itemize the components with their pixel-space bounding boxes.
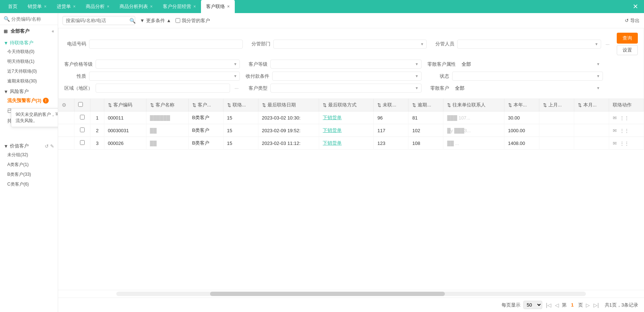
tab-home[interactable]: 首页 bbox=[3, 0, 23, 13]
my-customers-filter[interactable]: 我分管的客户 bbox=[176, 17, 210, 24]
this-month-column-header[interactable]: ⇅ 本月... bbox=[574, 99, 609, 112]
close-icon[interactable]: × bbox=[107, 4, 109, 9]
last-method-column-header[interactable]: ⇅ 最后联络方式 bbox=[319, 99, 374, 112]
sidebar-search-container: 🔍 bbox=[0, 13, 58, 25]
collapse-icon[interactable]: « bbox=[52, 29, 54, 34]
last-method-link[interactable]: 下销货单 bbox=[323, 115, 342, 120]
this-year-column-header[interactable]: ⇅ 本年... bbox=[504, 99, 539, 112]
more-action-icon[interactable]: ⋮⋮ bbox=[620, 141, 629, 146]
sidebar-section-valued[interactable]: ▼ 价值客户 ↺ ✎ bbox=[0, 141, 58, 150]
per-page-select[interactable]: 50 100 200 bbox=[523, 301, 542, 309]
tab-analysis[interactable]: 商品分析 × bbox=[81, 0, 114, 13]
phone-input[interactable] bbox=[89, 40, 243, 49]
refresh-icon[interactable]: ↺ bbox=[45, 143, 49, 149]
close-icon[interactable]: × bbox=[44, 4, 47, 9]
message-icon[interactable]: ✉ bbox=[613, 141, 617, 146]
filter-customer-type: 客户类型 ▼ bbox=[246, 84, 421, 93]
sidebar-item-ungrouped[interactable]: 未分组(32) bbox=[0, 150, 58, 160]
more-conditions-button[interactable]: ▼ 更多条件 ▲ bbox=[140, 17, 171, 24]
sidebar-item-loss-warning[interactable]: 流失预警客户(3) ! bbox=[0, 96, 58, 106]
query-button[interactable]: 查询 bbox=[617, 33, 638, 44]
more-action-icon[interactable]: ⋮⋮ bbox=[620, 128, 629, 133]
row-last-method[interactable]: 下销货单 bbox=[319, 112, 374, 124]
close-icon[interactable]: × bbox=[193, 4, 196, 9]
settings-column-header[interactable]: ⚙ bbox=[58, 99, 74, 112]
row-code: 00030031 bbox=[104, 124, 146, 137]
region-dots-icon[interactable]: ··· bbox=[233, 85, 240, 91]
settings-icon[interactable]: ⚙ bbox=[62, 102, 67, 108]
nature-select[interactable] bbox=[89, 72, 240, 81]
sidebar-item-class-a[interactable]: A类客户(1) bbox=[0, 160, 58, 170]
row-action: ✉ ⋮⋮ bbox=[609, 124, 644, 137]
tab-sales[interactable]: 销货单 × bbox=[23, 0, 52, 13]
status-select[interactable] bbox=[452, 72, 603, 81]
code-column-header[interactable]: ⇅ 客户编码 bbox=[104, 99, 146, 112]
first-page-button[interactable]: |◁ bbox=[545, 302, 552, 308]
customer-type-select[interactable] bbox=[270, 84, 421, 93]
manager-select[interactable] bbox=[457, 40, 601, 49]
row-overdue: 102 bbox=[408, 124, 443, 137]
sidebar-item-overdue[interactable]: 逾期未联络(30) bbox=[0, 76, 58, 86]
unit-contact-column-header[interactable]: ⇅ 往来单位联系人 bbox=[443, 99, 504, 112]
last-month-column-header[interactable]: ⇅ 上月... bbox=[539, 99, 574, 112]
more-action-icon[interactable]: ⋮⋮ bbox=[620, 115, 629, 121]
row-last-method[interactable]: 下销货单 bbox=[319, 124, 374, 137]
sidebar-root[interactable]: ⊞ 全部客户 « bbox=[0, 25, 58, 37]
scrollbar-thumb[interactable] bbox=[210, 292, 445, 296]
pagination: |◁ ◁ 第 1 页 ▷ ▷| 共1页，3条记录 bbox=[545, 302, 638, 308]
sidebar-item-tomorrow[interactable]: 明天待联络(1) bbox=[0, 57, 58, 66]
sidebar-item-class-b[interactable]: B类客户(33) bbox=[0, 170, 58, 179]
edit-icon[interactable]: ✎ bbox=[50, 143, 54, 149]
sort-icon: ⇅ bbox=[150, 102, 154, 108]
last-page-button[interactable]: ▷| bbox=[593, 302, 600, 308]
settings-button[interactable]: 设置 bbox=[617, 45, 638, 55]
prev-page-button[interactable]: ◁ bbox=[554, 302, 560, 308]
tab-purchase[interactable]: 进货单 × bbox=[52, 0, 81, 13]
message-icon[interactable]: ✉ bbox=[613, 128, 617, 133]
name-column-header[interactable]: ⇅ 客户名称 bbox=[146, 99, 188, 112]
price-grade-select[interactable] bbox=[96, 60, 240, 69]
row-checkbox[interactable] bbox=[74, 137, 90, 150]
tab-analysis-list[interactable]: 商品分析列表 × bbox=[114, 0, 158, 13]
tab-customer-connect[interactable]: 客户联络 × bbox=[201, 0, 235, 13]
row-checkbox[interactable] bbox=[74, 112, 90, 124]
sidebar-section-risk[interactable]: ▼ 风险客户 bbox=[0, 86, 58, 96]
close-icon[interactable]: × bbox=[73, 4, 76, 9]
dept-select[interactable] bbox=[273, 40, 427, 49]
message-icon[interactable]: ✉ bbox=[613, 115, 617, 121]
sort-icon: ⇅ bbox=[447, 102, 451, 108]
sort-icon: ⇅ bbox=[508, 102, 512, 108]
search-button[interactable]: 🔍 bbox=[129, 18, 136, 24]
row-this-month bbox=[574, 137, 609, 150]
sidebar-item-class-c[interactable]: C类客户(6) bbox=[0, 179, 58, 189]
horizontal-scrollbar[interactable] bbox=[116, 292, 586, 296]
export-button[interactable]: ↺ 导出 bbox=[625, 17, 640, 24]
uncontacted-column-header[interactable]: ⇅ 未联... bbox=[374, 99, 408, 112]
overdue-column-header[interactable]: ⇅ 逾期... bbox=[408, 99, 443, 112]
sidebar-item-week[interactable]: 近7天待联络(0) bbox=[0, 66, 58, 76]
payment-select[interactable] bbox=[272, 72, 421, 81]
retail-attr-label: 零散客户属性 bbox=[427, 61, 456, 68]
next-page-button[interactable]: ▷ bbox=[585, 302, 591, 308]
close-icon[interactable]: × bbox=[227, 4, 230, 9]
my-customers-checkbox[interactable] bbox=[176, 18, 180, 23]
close-icon[interactable]: × bbox=[150, 4, 153, 9]
sidebar-search-input[interactable] bbox=[11, 16, 54, 22]
row-checkbox[interactable] bbox=[74, 124, 90, 137]
customer-grade-select[interactable] bbox=[270, 60, 421, 69]
more-options-icon[interactable]: ··· bbox=[604, 41, 611, 47]
contact-column-header[interactable]: ⇅ 联络... bbox=[223, 99, 258, 112]
last-date-column-header[interactable]: ⇅ 最后联络日期 bbox=[258, 99, 319, 112]
tab-customer-segment[interactable]: 客户分层经营 × bbox=[158, 0, 201, 13]
sidebar-item-today[interactable]: 今天待联络(0) bbox=[0, 47, 58, 57]
last-method-link[interactable]: 下销货单 bbox=[323, 127, 342, 133]
checkbox-column-header bbox=[74, 99, 90, 112]
region-input[interactable] bbox=[96, 84, 230, 93]
type-column-header[interactable]: ⇅ 客户... bbox=[188, 99, 223, 112]
sidebar-section-pending[interactable]: ▼ 待联络客户 bbox=[0, 37, 58, 47]
window-close-button[interactable]: ✕ bbox=[630, 3, 641, 11]
last-method-link[interactable]: 下销货单 bbox=[323, 140, 342, 146]
row-last-method[interactable]: 下销货单 bbox=[319, 137, 374, 150]
search-input[interactable] bbox=[63, 16, 135, 25]
select-all-checkbox[interactable] bbox=[78, 102, 83, 107]
